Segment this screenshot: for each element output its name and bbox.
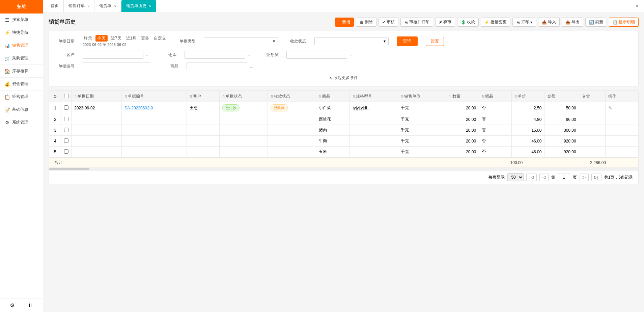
inventory-icon: 🏠 <box>4 69 10 74</box>
doc-type-select[interactable]: ▾ <box>204 37 278 45</box>
delete-button[interactable]: 🗑 删除 <box>356 18 376 27</box>
salesperson-dots[interactable]: ... <box>348 52 352 57</box>
col-transaction[interactable]: 交货 <box>579 91 605 102</box>
row-doc-no[interactable]: SA-20230602-0 <box>122 102 187 114</box>
refresh-icon: 🔄 <box>589 20 594 25</box>
row-checkbox[interactable] <box>64 128 68 132</box>
col-unit-price[interactable]: ⇅单价 <box>512 91 544 102</box>
first-page-button[interactable]: |◁ <box>526 174 536 181</box>
goods-dots[interactable]: ... <box>249 64 252 69</box>
print-button[interactable]: 🖨 打印 ▾ <box>512 18 536 27</box>
abandon-button[interactable]: ✘ 弃审 <box>435 18 455 27</box>
next-page-button[interactable]: ▷ <box>580 174 589 181</box>
row-checkbox-cell[interactable] <box>61 147 72 157</box>
col-quantity[interactable]: ⇅数量 <box>446 91 479 102</box>
settings-button[interactable]: 设置 <box>426 37 444 46</box>
row-doc-no[interactable] <box>122 136 187 147</box>
payment-status-select[interactable]: ▾ <box>314 37 389 45</box>
tab-sales-delivery-close[interactable]: × <box>114 4 116 8</box>
doc-no-input[interactable] <box>83 62 150 70</box>
row-checkbox-cell[interactable] <box>61 125 72 136</box>
tab-close-all[interactable]: × <box>633 3 641 9</box>
export-button[interactable]: 📤 导出 <box>562 18 583 27</box>
last-page-button[interactable]: ▷| <box>591 174 601 181</box>
today-shortcut[interactable]: 今天 <box>95 35 108 42</box>
audit-print-button[interactable]: 🖨 审核并打印 <box>400 18 433 27</box>
new-button[interactable]: + 新增 <box>335 18 354 27</box>
row-amount: 920.00 <box>544 147 579 157</box>
sidebar-item-quick-nav[interactable]: ⚡ 快捷导航 <box>0 26 43 39</box>
audit-button[interactable]: ✔ 审核 <box>379 18 398 27</box>
col-settings[interactable]: ⚙ <box>49 91 61 102</box>
warehouse-input[interactable] <box>185 51 245 59</box>
row-doc-no[interactable] <box>122 125 187 136</box>
sidebar-item-inventory[interactable]: 🏠 库存核算 <box>0 65 43 78</box>
per-page-select[interactable]: 50 <box>507 173 524 181</box>
row-doc-no[interactable] <box>122 147 187 157</box>
row-checkbox[interactable] <box>64 105 68 110</box>
collapse-button[interactable]: ∧ 收起更多条件 <box>54 74 633 82</box>
last7days-shortcut[interactable]: 近7天 <box>110 35 123 42</box>
more-shortcut[interactable]: 更多 <box>140 35 150 42</box>
sidebar-item-sales-mgmt[interactable]: 📊 销售管理 <box>0 39 43 52</box>
query-button[interactable]: 查询 <box>397 36 418 46</box>
col-goods[interactable]: ⇅商品 <box>316 91 350 102</box>
show-detail-button[interactable]: 📋 显示明细 <box>609 18 639 27</box>
col-spec-type[interactable]: ⇅规格型号 <box>350 91 398 102</box>
col-checkbox[interactable] <box>61 91 72 102</box>
row-doc-no[interactable] <box>122 114 187 125</box>
page-number-input[interactable]: 1 <box>558 174 570 181</box>
tab-home[interactable]: 首页 <box>46 0 64 12</box>
edit-icon[interactable]: ✎ <box>608 105 612 111</box>
sidebar-item-system-mgmt[interactable]: ⚙ 系统管理 <box>0 116 43 129</box>
scrollbar-thumb[interactable] <box>49 168 89 170</box>
col-doc-date[interactable]: ⇅单据日期 <box>72 91 122 102</box>
tab-sales-history[interactable]: 销货单历史 × <box>121 0 156 12</box>
tab-sales-history-close[interactable]: × <box>149 4 151 8</box>
last1month-shortcut[interactable]: 近1月 <box>125 35 138 42</box>
goods-input[interactable] <box>187 62 247 70</box>
col-customer[interactable]: ⇅客户 <box>187 91 219 102</box>
batch-change-button[interactable]: ⚡ 批量变更 <box>481 18 510 27</box>
customer-input[interactable] <box>83 51 143 59</box>
horizontal-scrollbar[interactable] <box>49 168 639 171</box>
select-all-checkbox[interactable] <box>64 94 68 98</box>
sidebar-item-finance-mgmt[interactable]: 💰 资金管理 <box>0 78 43 90</box>
warehouse-dots[interactable]: ... <box>247 52 250 57</box>
basic-info-icon: 📝 <box>4 107 10 112</box>
col-doc-status[interactable]: ⇅单据状态 <box>219 91 268 102</box>
tab-sales-delivery[interactable]: 销货单 × <box>94 0 121 12</box>
sidebar-item-search-menu[interactable]: ☰ 搜索菜单 <box>0 14 43 26</box>
row-checkbox[interactable] <box>64 138 68 143</box>
sidebar-item-operations-mgmt[interactable]: 📋 经营管理 <box>0 90 43 103</box>
total-label: 合计: <box>54 160 63 165</box>
col-doc-no[interactable]: ⇅单据编号 <box>122 91 187 102</box>
row-checkbox-cell[interactable] <box>61 136 72 147</box>
sidebar-item-purchase-mgmt[interactable]: 🛒 采购管理 <box>0 52 43 65</box>
tab-sales-order-close[interactable]: × <box>87 4 89 8</box>
sort-icon: ⇅ <box>449 95 452 98</box>
collect-button[interactable]: 💲 收款 <box>457 18 479 27</box>
sidebar-bottom-icon2[interactable]: ⏸ <box>28 303 33 309</box>
custom-shortcut[interactable]: 自定义 <box>152 35 167 42</box>
sort-icon: ⇅ <box>222 95 225 98</box>
row-amount: 920.00 <box>544 136 579 147</box>
prev-page-button[interactable]: ◁ <box>539 174 549 181</box>
row-checkbox-cell[interactable] <box>61 114 72 125</box>
sidebar-bottom-icon1[interactable]: ⚙ <box>10 302 15 309</box>
col-sales-unit[interactable]: ⇅销售单位 <box>398 91 446 102</box>
col-gift[interactable]: ⇅赠品 <box>479 91 512 102</box>
tab-sales-order[interactable]: 销售订单 × <box>64 0 94 12</box>
col-amount[interactable]: 金额 <box>544 91 579 102</box>
row-checkbox[interactable] <box>64 149 68 154</box>
refresh-button[interactable]: 🔄 刷新 <box>585 18 607 27</box>
import-button[interactable]: 📥 导入 <box>538 18 560 27</box>
more-icon[interactable]: ⋯ <box>615 105 620 111</box>
salesperson-input[interactable] <box>286 51 347 59</box>
row-checkbox[interactable] <box>64 117 68 121</box>
col-payment-status[interactable]: ⇅收款状态 <box>268 91 316 102</box>
row-checkbox-cell[interactable] <box>61 102 72 114</box>
yesterday-shortcut[interactable]: 昨天 <box>83 35 93 42</box>
customer-dots[interactable]: ... <box>145 52 148 57</box>
sidebar-item-basic-info[interactable]: 📝 基础信息 <box>0 103 43 116</box>
